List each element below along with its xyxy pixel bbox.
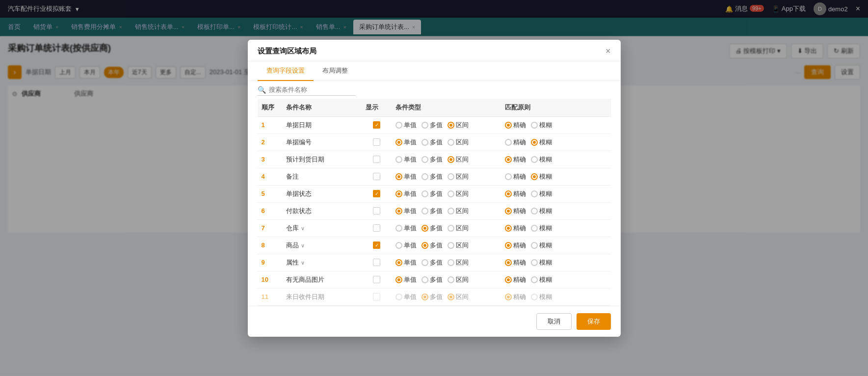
exact-match-circle xyxy=(505,173,512,180)
show-checkbox[interactable] xyxy=(373,138,380,146)
cell-show[interactable] xyxy=(362,151,392,168)
type-radio-multi[interactable]: 多值 xyxy=(421,138,443,147)
cell-show[interactable] xyxy=(362,185,392,202)
type-radio-range[interactable]: 区间 xyxy=(447,293,469,301)
type-radio-range[interactable]: 区间 xyxy=(447,155,469,164)
cell-show[interactable] xyxy=(362,288,392,305)
type-radio-range[interactable]: 区间 xyxy=(447,121,469,130)
match-radio-fuzzy[interactable]: 模糊 xyxy=(531,241,552,250)
type-radio-single[interactable]: 单值 xyxy=(395,241,417,250)
match-radio-fuzzy[interactable]: 模糊 xyxy=(531,275,552,284)
type-radio-single[interactable]: 单值 xyxy=(395,138,417,147)
show-checkbox[interactable] xyxy=(373,276,380,283)
fuzzy-match-label: 模糊 xyxy=(539,275,552,284)
range-radio-circle xyxy=(447,122,454,129)
type-radio-multi[interactable]: 多值 xyxy=(421,224,443,233)
match-radio-exact[interactable]: 精确 xyxy=(505,275,526,284)
cell-show[interactable] xyxy=(362,237,392,254)
match-radio-exact[interactable]: 精确 xyxy=(505,207,526,215)
cell-show[interactable] xyxy=(362,116,392,134)
match-radio-exact[interactable]: 精确 xyxy=(505,172,526,181)
type-radio-multi[interactable]: 多值 xyxy=(421,293,443,301)
modal-header: 设置查询区域布局 × xyxy=(248,40,621,61)
show-checkbox[interactable] xyxy=(373,293,380,300)
match-radio-fuzzy[interactable]: 模糊 xyxy=(531,155,552,164)
match-radio-fuzzy[interactable]: 模糊 xyxy=(531,224,552,233)
type-radio-single[interactable]: 单值 xyxy=(395,172,417,181)
show-checkbox[interactable] xyxy=(373,173,380,180)
type-radio-multi[interactable]: 多值 xyxy=(421,258,443,267)
match-radio-exact[interactable]: 精确 xyxy=(505,293,526,301)
show-checkbox[interactable] xyxy=(373,259,380,266)
single-radio-circle xyxy=(395,139,402,146)
show-checkbox[interactable] xyxy=(373,224,380,232)
type-radio-range[interactable]: 区间 xyxy=(447,138,469,147)
tab-layout-adjust[interactable]: 布局调整 xyxy=(314,61,357,81)
match-radio-fuzzy[interactable]: 模糊 xyxy=(531,258,552,267)
cell-show[interactable] xyxy=(362,271,392,288)
type-radio-multi[interactable]: 多值 xyxy=(421,121,443,130)
multi-radio-circle xyxy=(421,173,428,180)
match-radio-exact[interactable]: 精确 xyxy=(505,138,526,147)
match-radio-exact[interactable]: 精确 xyxy=(505,189,526,198)
type-radio-single[interactable]: 单值 xyxy=(395,189,417,198)
type-radio-multi[interactable]: 多值 xyxy=(421,275,443,284)
type-radio-multi[interactable]: 多值 xyxy=(421,189,443,198)
tab-query-fields[interactable]: 查询字段设置 xyxy=(258,61,314,81)
match-radio-fuzzy[interactable]: 模糊 xyxy=(531,121,552,130)
save-button[interactable]: 保存 xyxy=(577,313,611,330)
match-radio-fuzzy[interactable]: 模糊 xyxy=(531,207,552,215)
type-radio-multi[interactable]: 多值 xyxy=(421,241,443,250)
type-radio-single[interactable]: 单值 xyxy=(395,258,417,267)
cell-order: 8 xyxy=(258,237,283,254)
type-radio-single[interactable]: 单值 xyxy=(395,121,417,130)
match-radio-exact[interactable]: 精确 xyxy=(505,224,526,233)
search-input[interactable] xyxy=(269,86,347,93)
cell-type: 单值多值区间 xyxy=(392,237,501,254)
cancel-button[interactable]: 取消 xyxy=(536,313,572,330)
type-radio-multi[interactable]: 多值 xyxy=(421,207,443,215)
type-radio-single[interactable]: 单值 xyxy=(395,155,417,164)
modal-footer: 取消 保存 xyxy=(248,306,621,337)
type-radio-multi[interactable]: 多值 xyxy=(421,172,443,181)
show-checkbox[interactable] xyxy=(373,121,380,129)
match-radio-exact[interactable]: 精确 xyxy=(505,121,526,130)
show-checkbox[interactable] xyxy=(373,156,380,163)
cell-show[interactable] xyxy=(362,219,392,237)
cell-type: 单值多值区间 xyxy=(392,168,501,185)
type-radio-range[interactable]: 区间 xyxy=(447,207,469,215)
match-radio-exact[interactable]: 精确 xyxy=(505,155,526,164)
show-checkbox[interactable] xyxy=(373,190,380,197)
type-radio-single[interactable]: 单值 xyxy=(395,275,417,284)
show-checkbox[interactable] xyxy=(373,207,380,215)
match-radio-fuzzy[interactable]: 模糊 xyxy=(531,189,552,198)
type-radio-range[interactable]: 区间 xyxy=(447,189,469,198)
exact-match-circle xyxy=(505,276,512,283)
range-radio-label: 区间 xyxy=(456,189,469,198)
type-radio-multi[interactable]: 多值 xyxy=(421,155,443,164)
match-radio-fuzzy[interactable]: 模糊 xyxy=(531,138,552,147)
cell-show[interactable] xyxy=(362,168,392,185)
type-radio-range[interactable]: 区间 xyxy=(447,224,469,233)
exact-match-circle xyxy=(505,294,512,300)
single-radio-label: 单值 xyxy=(404,189,417,198)
range-radio-label: 区间 xyxy=(456,258,469,267)
type-radio-range[interactable]: 区间 xyxy=(447,241,469,250)
type-radio-range[interactable]: 区间 xyxy=(447,258,469,267)
cell-show[interactable] xyxy=(362,254,392,271)
match-radio-exact[interactable]: 精确 xyxy=(505,258,526,267)
type-radio-single[interactable]: 单值 xyxy=(395,207,417,215)
type-radio-single[interactable]: 单值 xyxy=(395,293,417,301)
cell-match: 精确模糊 xyxy=(501,134,610,151)
type-radio-range[interactable]: 区间 xyxy=(447,275,469,284)
type-radio-single[interactable]: 单值 xyxy=(395,224,417,233)
cell-show[interactable] xyxy=(362,202,392,219)
show-checkbox[interactable] xyxy=(373,242,380,249)
modal-close-btn[interactable]: × xyxy=(605,47,611,55)
type-radio-range[interactable]: 区间 xyxy=(447,172,469,181)
cell-show[interactable] xyxy=(362,134,392,151)
match-radio-fuzzy[interactable]: 模糊 xyxy=(531,172,552,181)
match-radio-fuzzy[interactable]: 模糊 xyxy=(531,293,552,301)
multi-radio-label: 多值 xyxy=(430,207,443,215)
match-radio-exact[interactable]: 精确 xyxy=(505,241,526,250)
